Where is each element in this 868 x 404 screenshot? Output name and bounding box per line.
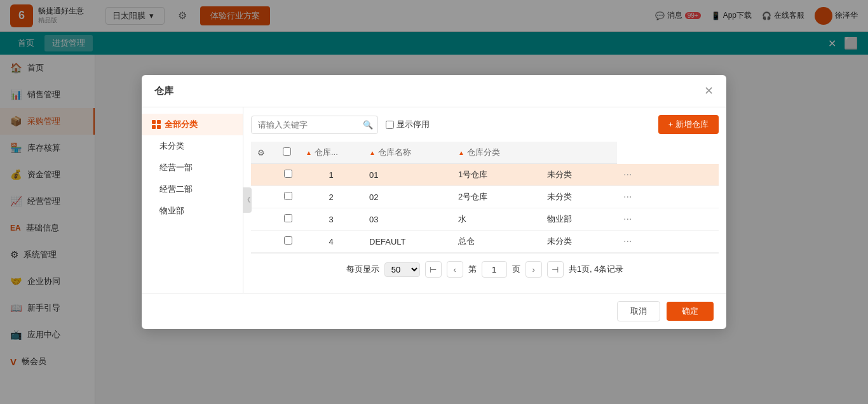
page-label2: 页 — [512, 264, 520, 275]
table-panel: 🔍 显示停用 + 新增仓库 ⚙ — [243, 107, 726, 293]
modal-close-btn[interactable]: ✕ — [704, 84, 714, 98]
last-page-btn[interactable]: ⊣ — [547, 261, 564, 278]
th-code-label: 仓库... — [315, 147, 338, 158]
page-summary: 共1页, 4条记录 — [569, 264, 624, 275]
row-more-btn[interactable]: ··· — [623, 191, 632, 202]
row-name-cell: 总仓 — [452, 231, 541, 253]
category-dept2[interactable]: 经营二部 — [142, 178, 243, 200]
row-more-btn[interactable]: ··· — [623, 213, 632, 224]
row-checkbox[interactable] — [284, 192, 292, 200]
th-category-label: 仓库分类 — [467, 147, 500, 158]
th-settings: ⚙ — [251, 142, 276, 164]
search-input[interactable] — [251, 116, 378, 134]
page-number-input[interactable] — [482, 261, 507, 278]
table-scroll-area: ⚙ ▲ 仓库... — [251, 142, 719, 253]
page-size-select[interactable]: 50 10 20 100 — [384, 262, 420, 277]
collapse-panel-btn[interactable]: 《 — [243, 187, 252, 213]
first-page-btn[interactable]: ⊢ — [425, 261, 442, 278]
row-checkbox-cell — [276, 186, 299, 208]
table-toolbar: 🔍 显示停用 + 新增仓库 — [251, 115, 719, 134]
table-row: 4 DEFAULT 总仓 未分类 ··· — [251, 231, 719, 253]
modal-overlay: 仓库 ✕ 全部分类 未分类 经营一部 经营二部 物业部 《 — [0, 0, 868, 404]
confirm-btn[interactable]: 确定 — [667, 302, 714, 321]
row-checkbox[interactable] — [284, 236, 292, 245]
row-seq-cell: 1 — [299, 164, 363, 186]
pagination: 每页显示 50 10 20 100 ⊢ ‹ 第 页 › ⊣ 共1页, 4条记录 — [251, 253, 719, 285]
modal-header: 仓库 ✕ — [142, 75, 726, 107]
cancel-btn[interactable]: 取消 — [617, 301, 660, 321]
th-actions — [541, 142, 617, 164]
row-checkbox[interactable] — [284, 170, 292, 178]
row-code-cell: DEFAULT — [363, 231, 452, 253]
th-name: ▲ 仓库名称 — [363, 142, 452, 164]
sort-icon-name: ▲ — [369, 149, 376, 156]
row-seq-cell: 2 — [299, 186, 363, 208]
table-row: 1 01 1号仓库 未分类 ··· — [251, 164, 719, 186]
row-checkbox-cell — [276, 164, 299, 186]
row-checkbox-cell — [276, 208, 299, 231]
show-disabled-checkbox[interactable] — [386, 121, 394, 129]
grid-icon — [152, 120, 161, 129]
warehouse-table: ⚙ ▲ 仓库... — [251, 142, 719, 253]
row-checkbox-cell — [276, 231, 299, 253]
row-name-cell: 水 — [452, 208, 541, 231]
show-disabled-text: 显示停用 — [397, 119, 430, 130]
show-disabled-toggle[interactable]: 显示停用 — [386, 119, 430, 130]
row-actions-cell: ··· — [617, 186, 719, 208]
category-property[interactable]: 物业部 — [142, 200, 243, 222]
table-row: 3 03 水 物业部 ··· — [251, 208, 719, 231]
category-all-btn[interactable]: 全部分类 — [142, 114, 243, 135]
category-dept1[interactable]: 经营一部 — [142, 157, 243, 178]
row-actions-cell: ··· — [617, 208, 719, 231]
search-wrap: 🔍 — [251, 116, 378, 134]
table-header: ⚙ ▲ 仓库... — [251, 142, 719, 164]
page-label: 第 — [468, 264, 477, 275]
row-seq-cell: 3 — [299, 208, 363, 231]
table-row: 2 02 2号仓库 未分类 ··· — [251, 186, 719, 208]
row-more-btn[interactable]: ··· — [623, 236, 632, 246]
th-name-label: 仓库名称 — [378, 147, 411, 158]
row-actions-cell: ··· — [617, 164, 719, 186]
prev-page-btn[interactable]: ‹ — [447, 261, 463, 278]
sort-icon-code: ▲ — [306, 149, 312, 156]
search-icon-btn[interactable]: 🔍 — [363, 120, 373, 130]
row-settings-cell — [251, 164, 276, 186]
row-settings-cell — [251, 208, 276, 231]
per-page-label: 每页显示 — [346, 264, 379, 275]
warehouse-modal: 仓库 ✕ 全部分类 未分类 经营一部 经营二部 物业部 《 — [142, 75, 726, 329]
settings-col-icon: ⚙ — [257, 148, 265, 158]
row-category-cell: 未分类 — [541, 231, 617, 253]
row-code-cell: 01 — [363, 164, 452, 186]
sort-icon-cat: ▲ — [458, 149, 465, 156]
th-code: ▲ 仓库... — [299, 142, 363, 164]
row-settings-cell — [251, 231, 276, 253]
row-category-cell: 未分类 — [541, 186, 617, 208]
th-category: ▲ 仓库分类 — [452, 142, 541, 164]
row-name-cell: 2号仓库 — [452, 186, 541, 208]
row-actions-cell: ··· — [617, 231, 719, 253]
row-category-cell: 物业部 — [541, 208, 617, 231]
category-all-label: 全部分类 — [165, 119, 198, 130]
table-body: 1 01 1号仓库 未分类 ··· 2 02 2号仓库 未分类 ··· 3 03… — [251, 164, 719, 253]
row-more-btn[interactable]: ··· — [623, 169, 632, 180]
select-all-checkbox[interactable] — [283, 147, 291, 156]
category-panel: 全部分类 未分类 经营一部 经营二部 物业部 《 — [142, 107, 243, 293]
modal-footer: 取消 确定 — [142, 293, 726, 329]
row-code-cell: 02 — [363, 186, 452, 208]
row-category-cell: 未分类 — [541, 164, 617, 186]
next-page-btn[interactable]: › — [526, 261, 542, 278]
modal-body: 全部分类 未分类 经营一部 经营二部 物业部 《 🔍 — [142, 107, 726, 293]
row-code-cell: 03 — [363, 208, 452, 231]
row-settings-cell — [251, 186, 276, 208]
modal-title: 仓库 — [154, 85, 173, 97]
row-checkbox[interactable] — [284, 214, 292, 222]
th-checkbox — [276, 142, 299, 164]
row-name-cell: 1号仓库 — [452, 164, 541, 186]
category-unclassified[interactable]: 未分类 — [142, 135, 243, 157]
row-seq-cell: 4 — [299, 231, 363, 253]
add-warehouse-btn[interactable]: + 新增仓库 — [658, 115, 719, 134]
